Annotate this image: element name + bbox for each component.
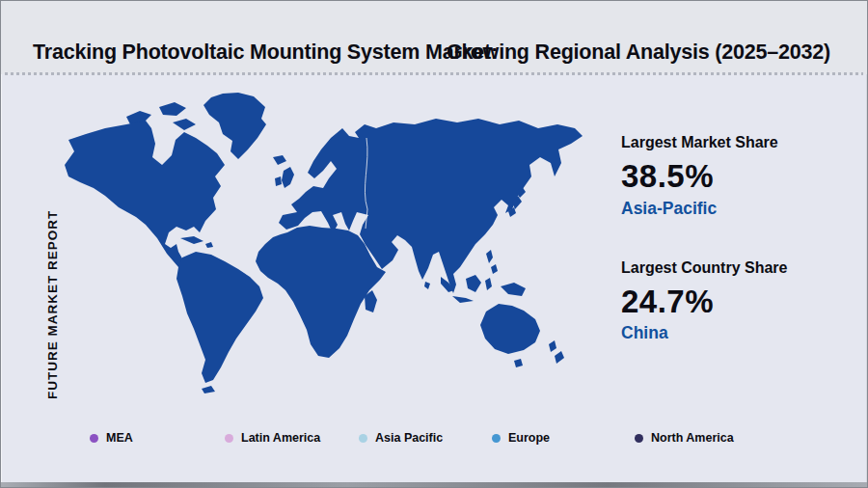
map-caribbean bbox=[180, 236, 213, 248]
stat-region: Asia-Pacific bbox=[621, 199, 857, 219]
dotted-divider bbox=[5, 72, 863, 75]
map-british-isles bbox=[275, 167, 294, 188]
map-greenland bbox=[203, 93, 266, 159]
legend-item-europe: Europe bbox=[492, 431, 550, 445]
stat-country-share: Largest Country Share 24.7% China bbox=[621, 259, 857, 344]
stat-value: 38.5% bbox=[621, 160, 857, 194]
world-map-svg bbox=[59, 88, 599, 406]
title-left: Tracking Photovoltaic Mounting System Ma… bbox=[33, 41, 498, 65]
legend-dot bbox=[492, 434, 501, 443]
map-new-zealand bbox=[549, 340, 564, 364]
legend-item-mea: MEA bbox=[90, 431, 133, 445]
legend-item-latin-america: Latin America bbox=[225, 431, 320, 445]
map-south-america bbox=[176, 252, 263, 393]
legend: MEA Latin America Asia Pacific Europe No… bbox=[1, 431, 867, 450]
legend-dot bbox=[635, 434, 643, 443]
map-philippines bbox=[486, 250, 498, 274]
legend-dot bbox=[225, 434, 233, 443]
legend-label: Latin America bbox=[241, 431, 320, 445]
map-sri-lanka bbox=[424, 282, 430, 289]
map-australia bbox=[480, 304, 540, 367]
legend-label: MEA bbox=[106, 431, 133, 445]
stats-panel: Largest Market Share 38.5% Asia-Pacific … bbox=[621, 134, 857, 384]
world-map bbox=[59, 88, 599, 406]
legend-label: Asia Pacific bbox=[375, 431, 443, 445]
title-right: Growing Regional Analysis (2025–2032) bbox=[447, 41, 830, 65]
infographic-frame: Tracking Photovoltaic Mounting System Ma… bbox=[0, 0, 868, 488]
legend-item-north-america: North America bbox=[635, 431, 734, 445]
stat-label: Largest Country Share bbox=[621, 259, 857, 277]
stat-value: 24.7% bbox=[621, 285, 857, 319]
legend-label: North America bbox=[651, 431, 734, 445]
legend-label: Europe bbox=[508, 431, 550, 445]
legend-dot bbox=[90, 434, 98, 443]
map-iceland bbox=[273, 155, 286, 165]
window-bottom-edge bbox=[1, 482, 867, 487]
legend-item-asia-pacific: Asia Pacific bbox=[359, 431, 443, 445]
stat-region: China bbox=[621, 323, 857, 343]
legend-dot bbox=[359, 434, 367, 443]
stat-label: Largest Market Share bbox=[621, 134, 857, 151]
stat-market-share: Largest Market Share 38.5% Asia-Pacific bbox=[621, 134, 857, 219]
